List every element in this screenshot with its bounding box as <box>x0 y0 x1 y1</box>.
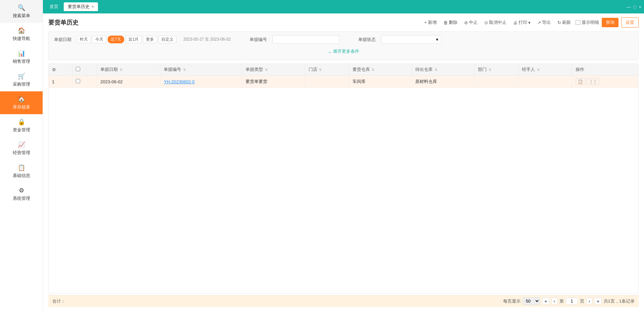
prev-page-btn[interactable]: ‹ <box>551 298 557 305</box>
active-tab[interactable]: 要货单历史 × <box>64 2 98 11</box>
first-page-btn[interactable]: « <box>542 298 549 305</box>
export-button[interactable]: ↗ 导出 <box>535 18 553 27</box>
delete-button[interactable]: 🗑 删除 <box>441 18 460 27</box>
td-doc-date: 2023-06-02 <box>97 76 160 88</box>
sort-icon: ⇅ <box>120 68 122 72</box>
summary-label: 合计： <box>52 298 65 304</box>
th-req-warehouse[interactable]: 要货仓库 ⇅ <box>349 64 412 76</box>
pagination: 每页显示 20 50 100 « ‹ 第 页 › » 共1页，1条记录 <box>503 297 635 305</box>
last-page-btn[interactable]: » <box>594 298 601 305</box>
display-cells-label[interactable]: 显示明细 <box>576 19 599 26</box>
tab-close-btn[interactable]: × <box>92 4 94 9</box>
select-all-checkbox[interactable] <box>76 67 80 71</box>
date-btn-today[interactable]: 今天 <box>92 36 106 43</box>
td-no: 1 <box>49 76 72 88</box>
row-more-btn[interactable]: ⋮⋮ <box>587 78 599 85</box>
basic-info-icon: 📋 <box>18 164 25 171</box>
sidebar-item-label: 系统管理 <box>13 195 30 202</box>
cancel-stop-icon: ⊙ <box>484 20 488 25</box>
sidebar-item-label: 经营管理 <box>13 150 30 156</box>
filter-row-1: 单据日期 昨天今天近7天近1月更多自定义 2023-05-27 至 2023-0… <box>54 35 633 44</box>
settings-icon[interactable]: ⚙ <box>52 67 56 72</box>
date-btn-more[interactable]: 更多 <box>143 36 157 43</box>
status-label: 单据状态 <box>358 37 376 43</box>
doc-no-input[interactable] <box>272 35 339 44</box>
td-doc-type: 要货单要货 <box>242 76 305 88</box>
sidebar-item-label: 库存核算 <box>13 104 30 110</box>
date-filter-buttons: 昨天今天近7天近1月更多自定义 <box>77 36 176 43</box>
per-page-select[interactable]: 20 50 100 <box>523 297 540 305</box>
th-doc-no[interactable]: 单据编号 ⇅ <box>160 64 242 76</box>
quick-nav-icon: 🏠 <box>18 27 25 34</box>
print-arrow-icon: ▾ <box>528 20 531 25</box>
doc-no-link[interactable]: YH-20230602-0 <box>164 79 195 84</box>
display-cells-checkbox[interactable] <box>576 20 580 25</box>
row-view-btn[interactable]: 📋 <box>576 78 585 85</box>
refresh-button[interactable]: ↻ 刷新 <box>555 18 573 27</box>
sort-icon: ⇅ <box>183 68 186 72</box>
table-header: ⚙ 单据日期 ⇅ 单据编号 ⇅ 单据类型 ⇅ 门店 ⇅ 要货仓库 ⇅ 待出仓库 … <box>49 64 638 76</box>
page-title: 要货单历史 <box>48 18 78 27</box>
td-doc-no[interactable]: YH-20230602-0 <box>160 76 242 88</box>
chevron-down-icon: ⌄ <box>328 49 332 54</box>
sidebar-item-label: 采购管理 <box>13 81 30 87</box>
th-department[interactable]: 部门 ⇅ <box>475 64 519 76</box>
sidebar-item-basic-info[interactable]: 📋基础信息 <box>0 160 43 183</box>
sidebar-item-inventory[interactable]: 🏠库存核算 <box>0 91 43 114</box>
sidebar-item-search-menu[interactable]: 🔍搜索菜单 <box>0 0 43 23</box>
refresh-icon: ↻ <box>557 20 561 25</box>
th-store[interactable]: 门店 ⇅ <box>305 64 349 76</box>
sidebar-item-quick-nav[interactable]: 🏠快捷导航 <box>0 23 43 46</box>
toolbar: + 新增 🗑 删除 ⊘ 中止 ⊙ 取消中止 🖨 打印 ▾ <box>422 17 639 28</box>
add-button[interactable]: + 新增 <box>422 18 439 27</box>
date-btn-yesterday[interactable]: 昨天 <box>77 36 91 43</box>
page-input[interactable] <box>566 298 578 305</box>
row-checkbox[interactable] <box>76 79 80 83</box>
date-btn-custom[interactable]: 自定义 <box>158 36 176 43</box>
table-row[interactable]: 1 2023-06-02 YH-20230602-0 要货单要货 车间库 原材料… <box>49 76 638 88</box>
th-doc-type[interactable]: 单据类型 ⇅ <box>242 64 305 76</box>
sort-icon: ⇅ <box>265 68 268 72</box>
th-pending-warehouse[interactable]: 待出仓库 ⇅ <box>412 64 475 76</box>
row-actions: 📋 ⋮⋮ <box>576 78 635 85</box>
table-body: 1 2023-06-02 YH-20230602-0 要货单要货 车间库 原材料… <box>49 76 638 88</box>
stop-button[interactable]: ⊘ 中止 <box>462 18 480 27</box>
td-req-warehouse: 车间库 <box>349 76 412 88</box>
expand-more-btn[interactable]: ⌄ 展开更多条件 <box>54 46 633 56</box>
status-select[interactable]: ▾ <box>381 35 441 44</box>
td-store <box>305 76 349 88</box>
sidebar-item-operations[interactable]: 📈经营管理 <box>0 137 43 160</box>
sidebar-item-finance[interactable]: 🔒资金管理 <box>0 114 43 137</box>
td-actions: 📋 ⋮⋮ <box>572 76 638 88</box>
td-checkbox[interactable] <box>72 76 97 88</box>
footer-bar: 合计： 每页显示 20 50 100 « ‹ 第 页 › » 共1页，1条记录 <box>48 295 639 307</box>
tab-label: 要货单历史 <box>68 4 90 10</box>
query-button[interactable]: 查询 <box>602 18 619 27</box>
date-btn-last_month[interactable]: 近1月 <box>125 36 142 43</box>
settings-button[interactable]: 设置 <box>621 17 639 28</box>
page-unit: 页 <box>580 298 584 304</box>
total-info: 共1页，1条记录 <box>604 298 635 304</box>
next-page-btn[interactable]: › <box>586 298 592 305</box>
th-doc-date[interactable]: 单据日期 ⇅ <box>97 64 160 76</box>
td-department <box>475 76 519 88</box>
sidebar-item-purchase[interactable]: 🛒采购管理 <box>0 69 43 91</box>
date-btn-last7[interactable]: 近7天 <box>108 36 124 43</box>
td-handler <box>519 76 572 88</box>
cancel-stop-button[interactable]: ⊙ 取消中止 <box>482 18 508 27</box>
data-table: ⚙ 单据日期 ⇅ 单据编号 ⇅ 单据类型 ⇅ 门店 ⇅ 要货仓库 ⇅ 待出仓库 … <box>49 64 638 88</box>
content-area: 要货单历史 + 新增 🗑 删除 ⊘ 中止 ⊙ 取消中止 🖨 打印 <box>43 13 644 311</box>
th-actions: 操作 <box>572 64 638 76</box>
print-button[interactable]: 🖨 打印 ▾ <box>511 18 533 27</box>
th-handler[interactable]: 经手人 ⇅ <box>519 64 572 76</box>
sidebar-item-label: 销售管理 <box>13 58 30 64</box>
date-filter-label: 单据日期 <box>54 37 71 43</box>
close-btn[interactable]: × <box>639 4 641 9</box>
sidebar-item-system[interactable]: ⚙系统管理 <box>0 183 43 206</box>
home-tab[interactable]: 首页 <box>46 2 62 11</box>
inventory-icon: 🏠 <box>18 95 25 103</box>
maximize-btn[interactable]: □ <box>634 4 636 9</box>
minimize-btn[interactable]: — <box>627 4 631 9</box>
chevron-down-icon: ▾ <box>436 37 438 42</box>
sidebar-item-sales[interactable]: 📊销售管理 <box>0 46 43 69</box>
